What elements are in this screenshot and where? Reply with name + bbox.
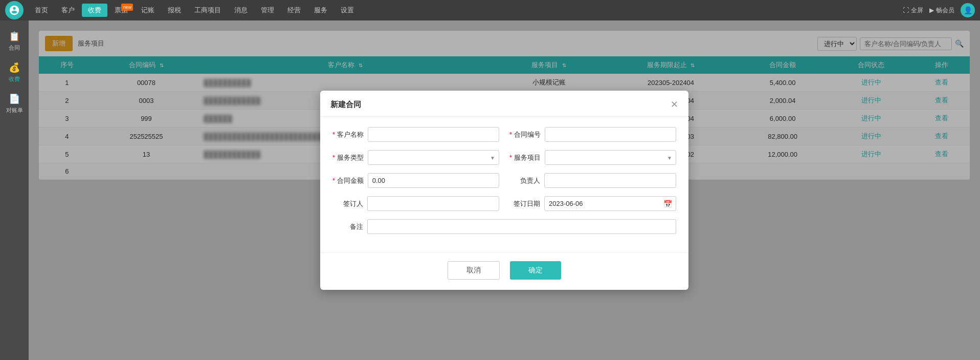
modal-body: 客户名称 合同编号 服务类型 bbox=[320, 117, 688, 252]
confirm-button[interactable]: 确定 bbox=[510, 261, 561, 280]
nav-invoice[interactable]: 票据 new bbox=[108, 4, 134, 17]
signer-label: 签订人 bbox=[332, 199, 363, 208]
form-row-4: 签订人 签订日期 📅 bbox=[332, 196, 676, 211]
form-group-sign-date: 签订日期 📅 bbox=[509, 196, 676, 211]
service-item-select-wrap: ▼ bbox=[545, 150, 676, 165]
statement-icon: 📄 bbox=[9, 93, 20, 104]
sign-date-input[interactable] bbox=[544, 196, 676, 211]
modal-box: 新建合同 ✕ 客户名称 合同编号 bbox=[320, 91, 688, 290]
nav-right: ⛶ 全屏 ▶ 畅会员 👤 bbox=[903, 3, 975, 17]
logo bbox=[5, 1, 24, 19]
cancel-button[interactable]: 取消 bbox=[448, 261, 500, 280]
nav-tax[interactable]: 报税 bbox=[162, 4, 187, 17]
nav-message[interactable]: 消息 bbox=[228, 4, 254, 17]
form-group-service-type: 服务类型 ▼ bbox=[332, 150, 499, 165]
nav-billing[interactable]: 收费 bbox=[82, 4, 107, 17]
modal-header: 新建合同 ✕ bbox=[320, 91, 688, 117]
top-nav: 首页 客户 收费 票据 new 记账 报税 工商项目 消息 管理 经营 服务 设… bbox=[0, 0, 980, 20]
form-row-3: 合同金额 负责人 bbox=[332, 173, 676, 188]
service-type-select-wrap: ▼ bbox=[368, 150, 499, 165]
responsible-person-label: 负责人 bbox=[509, 176, 540, 185]
contract-icon: 📋 bbox=[9, 31, 20, 42]
form-group-customer: 客户名称 bbox=[332, 127, 499, 142]
sign-date-label: 签订日期 bbox=[509, 199, 540, 208]
main-layout: 📋 合同 💰 收费 📄 对账单 新增 服务项目 进行中 已完成 已终止 bbox=[0, 20, 980, 360]
calendar-icon[interactable]: 📅 bbox=[663, 200, 672, 208]
contract-amount-input[interactable] bbox=[368, 173, 499, 188]
form-row-5: 备注 bbox=[332, 219, 676, 234]
customer-name-input[interactable] bbox=[368, 127, 499, 142]
form-group-amount: 合同金额 bbox=[332, 173, 499, 188]
billing-icon: 💰 bbox=[9, 62, 20, 73]
form-group-signer: 签订人 bbox=[332, 196, 499, 211]
remark-label: 备注 bbox=[332, 222, 363, 231]
nav-home[interactable]: 首页 bbox=[29, 4, 54, 17]
responsible-person-input[interactable] bbox=[544, 173, 676, 188]
nav-business[interactable]: 工商项目 bbox=[188, 4, 227, 17]
form-row-1: 客户名称 合同编号 bbox=[332, 127, 676, 142]
nav-bookkeeping[interactable]: 记账 bbox=[135, 4, 161, 17]
customer-name-label: 客户名称 bbox=[332, 130, 364, 139]
nav-manage[interactable]: 管理 bbox=[255, 4, 280, 17]
fullscreen-button[interactable]: ⛶ 全屏 bbox=[903, 6, 923, 15]
nav-customer[interactable]: 客户 bbox=[55, 4, 81, 17]
service-type-label: 服务类型 bbox=[332, 153, 364, 162]
form-group-service-item: 服务项目 ▼ bbox=[509, 150, 676, 165]
nav-settings[interactable]: 设置 bbox=[335, 4, 360, 17]
modal-close-button[interactable]: ✕ bbox=[671, 99, 678, 110]
contract-no-input[interactable] bbox=[545, 127, 676, 142]
form-row-2: 服务类型 ▼ 服务项目 bbox=[332, 150, 676, 165]
modal-overlay: 新建合同 ✕ 客户名称 合同编号 bbox=[29, 20, 980, 360]
signer-input[interactable] bbox=[367, 196, 499, 211]
modal-footer: 取消 确定 bbox=[320, 252, 688, 290]
form-group-responsible: 负责人 bbox=[509, 173, 676, 188]
modal-title: 新建合同 bbox=[330, 100, 361, 110]
new-badge: new bbox=[121, 4, 133, 11]
service-type-select[interactable] bbox=[368, 150, 499, 165]
contract-amount-label: 合同金额 bbox=[332, 176, 364, 185]
remark-input[interactable] bbox=[367, 219, 676, 234]
nav-service[interactable]: 服务 bbox=[308, 4, 333, 17]
fullscreen-icon: ⛶ bbox=[903, 7, 909, 14]
nav-operation[interactable]: 经营 bbox=[281, 4, 307, 17]
sidebar-item-statement[interactable]: 📄 对账单 bbox=[0, 88, 29, 119]
avatar[interactable]: 👤 bbox=[961, 3, 975, 17]
sidebar: 📋 合同 💰 收费 📄 对账单 bbox=[0, 20, 29, 360]
contract-no-label: 合同编号 bbox=[509, 130, 541, 139]
sidebar-item-billing[interactable]: 💰 收费 bbox=[0, 57, 29, 88]
member-button[interactable]: ▶ 畅会员 bbox=[929, 6, 954, 15]
play-icon: ▶ bbox=[929, 7, 934, 14]
nav-items: 首页 客户 收费 票据 new 记账 报税 工商项目 消息 管理 经营 服务 设… bbox=[29, 4, 903, 17]
sign-date-wrap: 📅 bbox=[544, 196, 676, 211]
service-item-select[interactable] bbox=[545, 150, 676, 165]
sidebar-item-contract[interactable]: 📋 合同 bbox=[0, 26, 29, 57]
service-item-label: 服务项目 bbox=[509, 153, 541, 162]
content-area: 新增 服务项目 进行中 已完成 已终止 🔍 序号 合同编码 ⇅ bbox=[29, 20, 980, 360]
form-group-contract-no: 合同编号 bbox=[509, 127, 676, 142]
form-group-remark: 备注 bbox=[332, 219, 676, 234]
